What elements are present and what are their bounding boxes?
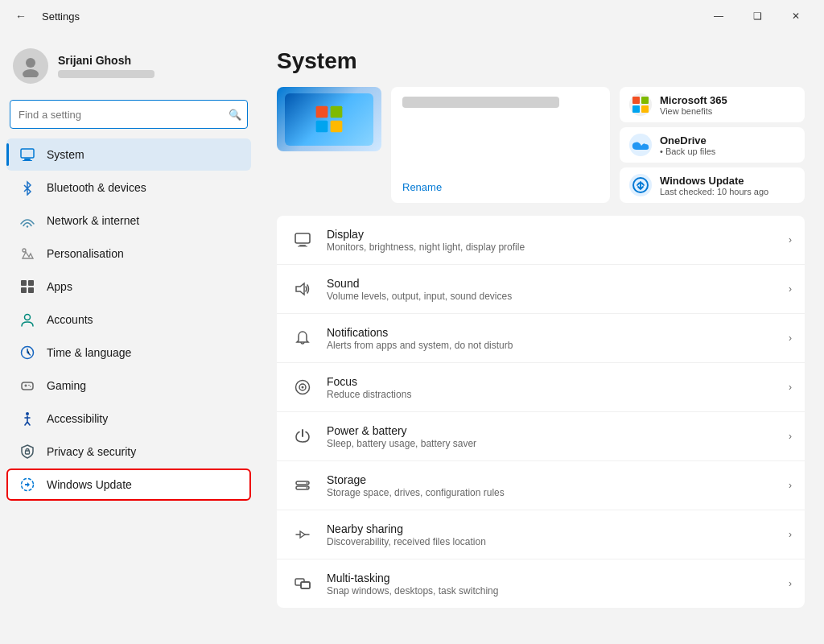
privacy-icon (19, 444, 35, 460)
chevron-right-icon: › (789, 234, 792, 246)
sidebar-item-windows-update[interactable]: Windows Update (6, 469, 251, 501)
service-sub-microsoft365: View benefits (660, 106, 795, 116)
minimize-button[interactable]: — (700, 4, 737, 28)
main-container: Srijani Ghosh 🔍 SystemBluetooth & device… (0, 32, 824, 644)
svg-rect-23 (632, 97, 640, 104)
service-card-windows-update-card[interactable]: Windows UpdateLast checked: 10 hours ago (620, 167, 805, 203)
sidebar-item-privacy[interactable]: Privacy & security (6, 436, 251, 468)
sound-icon (290, 276, 315, 302)
settings-item-desc-power: Sleep, battery usage, battery saver (327, 438, 777, 449)
service-sub-windows-update-card: Last checked: 10 hours ago (660, 187, 795, 196)
svg-point-0 (26, 58, 35, 68)
settings-item-sound[interactable]: SoundVolume levels, output, input, sound… (277, 265, 805, 314)
svg-rect-13 (22, 382, 33, 390)
sidebar-item-label-network: Network & internet (47, 214, 139, 227)
service-text-microsoft365: Microsoft 365View benefits (660, 94, 795, 116)
service-name-windows-update-card: Windows Update (660, 175, 795, 187)
onedrive-icon (629, 134, 652, 156)
settings-item-name-notifications: Notifications (327, 326, 777, 339)
svg-point-6 (23, 249, 26, 252)
sidebar-item-apps[interactable]: Apps (6, 270, 251, 303)
windows-update-card-icon (629, 174, 652, 196)
sidebar: Srijani Ghosh 🔍 SystemBluetooth & device… (0, 32, 258, 644)
sidebar-item-gaming[interactable]: Gaming (6, 369, 251, 402)
svg-marker-31 (296, 283, 304, 295)
bluetooth-icon (19, 180, 35, 196)
service-text-onedrive: OneDrive• Back up files (660, 134, 795, 156)
sidebar-item-label-apps: Apps (47, 280, 72, 293)
sidebar-item-system[interactable]: System (6, 138, 251, 171)
service-card-microsoft365[interactable]: Microsoft 365View benefits (620, 87, 805, 122)
power-icon (290, 423, 315, 449)
sidebar-item-accessibility[interactable]: Accessibility (6, 402, 251, 435)
sidebar-item-label-time: Time & language (47, 346, 131, 359)
settings-item-name-storage: Storage (327, 473, 777, 486)
chevron-right-icon: › (789, 431, 792, 442)
window-controls: — ❑ ✕ (700, 4, 814, 28)
search-input[interactable] (10, 100, 248, 129)
chevron-right-icon: › (789, 382, 792, 393)
sidebar-item-personalisation[interactable]: Personalisation (6, 237, 251, 270)
gaming-icon (19, 378, 35, 394)
pc-name-blur (402, 97, 559, 108)
sidebar-item-label-personalisation: Personalisation (47, 247, 124, 260)
settings-item-desc-storage: Storage space, drives, configuration rul… (327, 487, 777, 498)
pc-name-card: Rename (391, 87, 610, 203)
svg-rect-4 (23, 160, 32, 161)
display-icon (290, 227, 315, 253)
sidebar-item-label-bluetooth: Bluetooth & devices (47, 181, 146, 194)
chevron-right-icon: › (789, 578, 792, 589)
svg-rect-10 (28, 287, 34, 293)
settings-item-focus[interactable]: FocusReduce distractions› (277, 363, 805, 412)
microsoft365-icon (629, 93, 652, 116)
back-button[interactable]: ← (10, 5, 32, 27)
settings-item-notifications[interactable]: NotificationsAlerts from apps and system… (277, 314, 805, 363)
svg-rect-25 (632, 105, 640, 113)
title-bar: ← Settings — ❑ ✕ (0, 0, 824, 32)
settings-item-desc-focus: Reduce distractions (327, 389, 777, 400)
network-icon (19, 213, 35, 229)
notifications-icon (290, 325, 315, 351)
user-name: Srijani Ghosh (58, 54, 245, 67)
svg-rect-40 (301, 582, 310, 588)
service-name-onedrive: OneDrive (660, 134, 795, 147)
svg-point-11 (25, 315, 31, 320)
apps-icon (19, 279, 35, 295)
personalisation-icon (19, 246, 35, 262)
svg-rect-29 (299, 245, 306, 246)
settings-item-multitasking[interactable]: Multi-taskingSnap windows, desktops, tas… (277, 559, 805, 608)
svg-point-34 (302, 386, 304, 389)
service-card-onedrive[interactable]: OneDrive• Back up files (620, 127, 805, 163)
settings-item-nearby[interactable]: Nearby sharingDiscoverability, received … (277, 510, 805, 559)
svg-rect-30 (298, 246, 307, 247)
sidebar-item-time[interactable]: Time & language (6, 336, 251, 369)
rename-link[interactable]: Rename (402, 181, 599, 193)
content-area: System Rename (258, 32, 824, 644)
settings-item-desc-notifications: Alerts from apps and system, do not dist… (327, 340, 777, 351)
settings-item-storage[interactable]: StorageStorage space, drives, configurat… (277, 461, 805, 510)
svg-point-5 (27, 225, 28, 227)
sidebar-item-label-gaming: Gaming (47, 379, 86, 392)
svg-rect-2 (21, 149, 34, 158)
svg-rect-9 (21, 287, 27, 293)
svg-rect-28 (295, 233, 310, 243)
pc-image-inner (285, 93, 373, 146)
system-icon (19, 147, 35, 163)
settings-item-power[interactable]: Power & batterySleep, battery usage, bat… (277, 412, 805, 461)
svg-rect-21 (316, 121, 328, 133)
sidebar-item-label-privacy: Privacy & security (47, 445, 136, 458)
sidebar-item-network[interactable]: Network & internet (6, 204, 251, 237)
sidebar-item-accounts[interactable]: Accounts (6, 303, 251, 336)
service-cards: Microsoft 365View benefitsOneDrive• Back… (620, 87, 805, 203)
close-button[interactable]: ✕ (777, 4, 814, 28)
settings-item-name-power: Power & battery (327, 424, 777, 437)
settings-item-desc-nearby: Discoverability, received files location (327, 536, 777, 547)
maximize-button[interactable]: ❑ (739, 4, 776, 28)
sidebar-item-bluetooth[interactable]: Bluetooth & devices (6, 171, 251, 204)
user-info: Srijani Ghosh (58, 54, 245, 78)
info-row: Rename Microsoft 365View benefitsOneDriv… (277, 87, 805, 203)
settings-list: DisplayMonitors, brightness, night light… (277, 216, 805, 608)
settings-item-display[interactable]: DisplayMonitors, brightness, night light… (277, 216, 805, 265)
settings-item-name-display: Display (327, 228, 777, 241)
settings-item-name-nearby: Nearby sharing (327, 522, 777, 535)
